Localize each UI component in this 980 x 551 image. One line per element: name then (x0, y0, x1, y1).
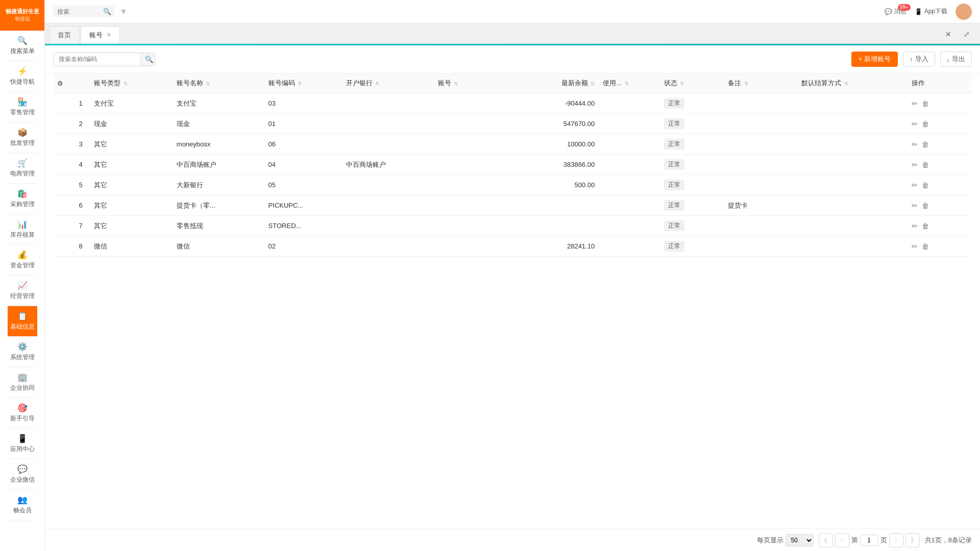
sidebar-item-label: 应用中心 (10, 445, 35, 454)
sidebar-item-member[interactable]: 👥畅会员 (8, 490, 37, 520)
col-remark[interactable]: 备注 ⇅ (724, 73, 797, 93)
row-use (599, 236, 659, 257)
topbar-message-btn[interactable]: 💬 消息 99+ (885, 7, 906, 16)
edit-btn[interactable]: ✏ (912, 181, 918, 189)
edit-btn[interactable]: ✏ (912, 222, 918, 230)
sidebar-item-label: 新手引导 (10, 414, 35, 423)
col-use[interactable]: 使用... ⇅ (599, 73, 659, 93)
sidebar-item-system[interactable]: ⚙️系统管理 (8, 337, 37, 367)
col-bank[interactable]: 开户银行 ⇅ (342, 73, 434, 93)
row-bank (342, 114, 434, 134)
main-search-button[interactable]: 🔍 (140, 53, 155, 66)
per-page-select[interactable]: 50 100 200 (786, 534, 814, 546)
col-account[interactable]: 账号 ⇅ (434, 73, 507, 93)
operation-icon: 📈 (17, 281, 28, 290)
row-use (599, 134, 659, 155)
first-page-btn[interactable]: ⟪ (819, 533, 833, 547)
main-search-input[interactable] (54, 53, 140, 65)
topbar-dropdown-icon[interactable]: ▼ (119, 7, 128, 16)
row-type: 支付宝 (90, 93, 173, 114)
delete-btn[interactable]: 🗑 (922, 120, 929, 128)
add-account-button[interactable]: + 新增账号 (851, 52, 898, 67)
quick-icon: ⚡ (17, 66, 28, 76)
sidebar-item-basic[interactable]: 📋基础信息 (8, 306, 37, 337)
app-logo: 畅捷通好生意 畅捷版 (0, 0, 44, 31)
export-button[interactable]: ↓ 导出 (940, 52, 972, 67)
row-bank (342, 134, 434, 155)
expand-window-btn[interactable]: ⤢ (958, 25, 976, 43)
next-page-btn[interactable]: › (889, 533, 903, 547)
row-default (797, 134, 908, 155)
sidebar-item-wechat[interactable]: 💬企业微信 (8, 459, 37, 490)
row-account (434, 236, 507, 257)
row-index: 5 (71, 175, 90, 195)
edit-btn[interactable]: ✏ (912, 99, 918, 108)
user-avatar[interactable] (955, 4, 972, 20)
row-action: ✏ 🗑 (908, 114, 972, 134)
row-remark (724, 134, 797, 155)
edit-btn[interactable]: ✏ (912, 161, 918, 169)
sidebar-item-corp[interactable]: 🏢企业协同 (8, 367, 37, 398)
row-default (797, 93, 908, 114)
sidebar-item-inventory[interactable]: 📊库存核算 (8, 214, 37, 245)
row-account (434, 134, 507, 155)
close-window-btn[interactable]: ✕ (939, 25, 958, 43)
col-settings[interactable]: ⚙ (53, 73, 71, 93)
row-use (599, 155, 659, 175)
export-icon: ↓ (947, 56, 950, 63)
delete-btn[interactable]: 🗑 (922, 161, 929, 169)
topbar-search-input[interactable] (57, 8, 103, 15)
sidebar-item-search[interactable]: 🔍搜索菜单 (8, 31, 37, 61)
col-name[interactable]: 账号名称 ⇅ (173, 73, 264, 93)
tab-close-btn[interactable]: ✕ (107, 32, 111, 38)
col-type[interactable]: 账号类型 ⇅ (90, 73, 173, 93)
col-code[interactable]: 账号编码 ⇅ (264, 73, 342, 93)
delete-btn[interactable]: 🗑 (922, 181, 929, 189)
main-search-box: 🔍 (53, 53, 155, 66)
edit-btn[interactable]: ✏ (912, 242, 918, 251)
row-default (797, 175, 908, 195)
delete-btn[interactable]: 🗑 (922, 202, 929, 210)
row-default (797, 195, 908, 216)
sidebar-item-appstore[interactable]: 📱应用中心 (8, 429, 37, 459)
row-action: ✏ 🗑 (908, 134, 972, 155)
sidebar-item-ecommerce[interactable]: 🛒电商管理 (8, 153, 37, 184)
delete-btn[interactable]: 🗑 (922, 222, 929, 230)
app-download-btn[interactable]: 📱 App下载 (915, 7, 947, 16)
edit-btn[interactable]: ✏ (912, 120, 918, 128)
col-status[interactable]: 状态 ⇅ (660, 73, 724, 93)
prev-page-btn[interactable]: ‹ (835, 533, 849, 547)
row-remark (724, 175, 797, 195)
basic-icon: 📋 (17, 311, 28, 321)
sidebar-item-quick[interactable]: ⚡快捷导航 (8, 61, 37, 92)
sidebar-item-label: 系统管理 (10, 353, 35, 362)
sidebar-item-retail[interactable]: 🏪零售管理 (8, 92, 37, 122)
row-account (434, 216, 507, 236)
edit-btn[interactable]: ✏ (912, 202, 918, 210)
sidebar-item-newbie[interactable]: 🎯新手引导 (8, 398, 37, 429)
import-button[interactable]: ↑ 导入 (903, 52, 935, 67)
delete-btn[interactable]: 🗑 (922, 242, 929, 251)
tab-account[interactable]: 账号✕ (81, 26, 120, 43)
edit-btn[interactable]: ✏ (912, 140, 918, 148)
last-page-btn[interactable]: ⟫ (905, 533, 920, 547)
delete-btn[interactable]: 🗑 (922, 99, 929, 108)
sidebar-item-operation[interactable]: 📈经营管理 (8, 276, 37, 306)
sidebar-item-wholesale[interactable]: 📦批发管理 (8, 122, 37, 153)
wechat-icon: 💬 (17, 464, 28, 474)
col-default[interactable]: 默认结算方式 ⇅ (797, 73, 908, 93)
per-page-label: 每页显示 (757, 536, 783, 545)
row-balance: 547670.00 (507, 114, 599, 134)
col-balance[interactable]: 最新余额 ⇅ (507, 73, 599, 93)
tab-home[interactable]: 首页 (49, 26, 80, 43)
sidebar-item-label: 零售管理 (10, 108, 35, 117)
row-use (599, 114, 659, 134)
row-action: ✏ 🗑 (908, 216, 972, 236)
page-number-input[interactable] (860, 535, 878, 546)
topbar-search-icon: 🔍 (103, 8, 111, 15)
delete-btn[interactable]: 🗑 (922, 140, 929, 148)
sidebar-item-finance[interactable]: 💰资金管理 (8, 245, 37, 276)
row-gear (53, 216, 71, 236)
finance-icon: 💰 (17, 250, 28, 260)
sidebar-item-purchase[interactable]: 🛍️采购管理 (8, 184, 37, 214)
